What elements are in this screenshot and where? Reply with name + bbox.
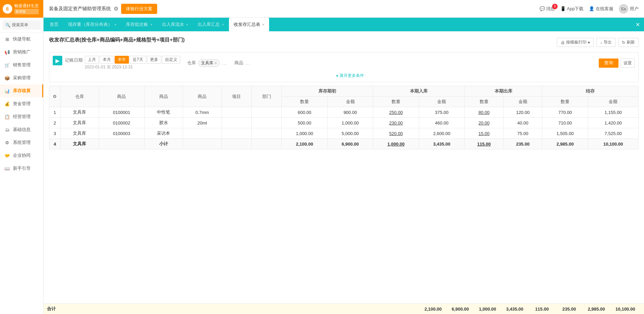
row4-out-qty-link[interactable]: 115.00 — [477, 142, 491, 147]
date-range-display: 2023-01-01 至 2023-12-31 — [85, 64, 180, 70]
sidebar-item-corp[interactable]: 🤝 企业协同 — [0, 149, 43, 162]
sidebar-item-quick-nav[interactable]: ⊞ 快捷导航 — [0, 33, 43, 46]
goods-dots[interactable]: ... — [245, 61, 251, 66]
sidebar-item-guide[interactable]: 📖 新手引导 — [0, 162, 43, 175]
row4-in-qty-link[interactable]: 1,000.00 — [387, 142, 405, 147]
row4-out-qty[interactable]: 115.00 — [465, 139, 503, 149]
tab-recv-send-close[interactable]: × — [262, 22, 264, 27]
row1-in-qty[interactable]: 250.00 — [373, 107, 419, 118]
filter-toggle-button[interactable]: ▶ — [53, 56, 62, 65]
row3-out-qty-link[interactable]: 15.00 — [478, 131, 490, 136]
warehouse-tag[interactable]: 文具库 × — [198, 59, 220, 67]
search-menu-button[interactable]: 🔍 搜索菜单 — [3, 20, 40, 30]
date-more-btn[interactable]: 更多 — [147, 56, 161, 64]
app-download-button[interactable]: 📱 App下载 — [560, 6, 583, 12]
sidebar-item-sales[interactable]: 🛒 销售管理 — [0, 59, 43, 71]
row4-in-qty[interactable]: 1,000.00 — [373, 139, 419, 149]
expand-filters-button[interactable]: ▾ 展开更多条件 — [336, 73, 364, 79]
row1-close-amt: 1,155.00 — [588, 107, 638, 118]
query-button[interactable]: 查询 — [599, 59, 618, 68]
tab-batch-close[interactable]: × — [150, 22, 152, 27]
row1-name: 中性笔 — [145, 107, 183, 118]
row1-dept — [252, 107, 282, 118]
col-in-qty-header: 数量 — [373, 97, 419, 107]
main-area: 装备及固定资产辅助管理系统 ⚙ 体验行业方案 💬 消息 6 📱 App下载 👤 … — [44, 0, 644, 314]
tab-inout-flow-close[interactable]: × — [186, 22, 188, 27]
row3-open-amt: 5,000.00 — [327, 128, 373, 139]
print-label: 按模板打印 — [566, 39, 587, 45]
print-button[interactable]: 🖨 按模板打印 ▾ — [557, 38, 594, 47]
tab-home[interactable]: 首页 — [45, 18, 63, 31]
tab-recv-send-label: 收发存汇总表 — [234, 21, 260, 28]
col-outbound-group-header: 本期出库 — [465, 86, 542, 97]
tab-stock-dist[interactable]: 现存量（库存分布表） × — [63, 18, 121, 31]
tab-batch[interactable]: 库存批次账 × — [121, 18, 157, 31]
warehouse-dots[interactable]: ... — [222, 61, 228, 66]
sidebar-item-label: 企业协同 — [13, 152, 31, 159]
tab-stock-dist-close[interactable]: × — [114, 22, 116, 27]
sidebar-item-system[interactable]: ⚙ 系统管理 — [0, 136, 43, 149]
col-out-qty-header: 数量 — [465, 97, 503, 107]
col-settings-header[interactable]: ⚙ — [49, 86, 61, 107]
col-close-amt-header: 金额 — [588, 97, 638, 107]
row1-out-qty-link[interactable]: 80.00 — [478, 110, 490, 115]
row3-in-qty-link[interactable]: 520.00 — [389, 131, 403, 136]
sidebar-item-label: 营销推广 — [13, 49, 31, 55]
filter-settings-button[interactable]: 设置 — [621, 59, 635, 68]
row3-out-amt: 75.00 — [503, 128, 542, 139]
row2-in-qty-link[interactable]: 230.00 — [389, 120, 403, 126]
messages-button[interactable]: 💬 消息 6 — [540, 6, 555, 12]
user-section[interactable]: Ea 用户 — [619, 4, 639, 14]
trial-button[interactable]: 体验行业方案 — [121, 4, 157, 14]
date-last-month-btn[interactable]: 上月 — [85, 56, 99, 64]
logo-icon: 6 — [3, 4, 12, 14]
header-settings-icon[interactable]: ⚙ — [114, 5, 118, 12]
export-button[interactable]: ↓ 导出 — [596, 38, 615, 47]
header-left: 装备及固定资产辅助管理系统 ⚙ 体验行业方案 — [49, 4, 157, 14]
page-title: 收发存汇总表(按仓库+商品编码+商品+规格型号+项目+部门) — [49, 37, 185, 43]
refresh-button[interactable]: ↻ 刷新 — [618, 38, 639, 47]
tab-inout-summary-close[interactable]: × — [222, 22, 224, 27]
row4-open-amt: 6,900.00 — [327, 139, 373, 149]
row2-out-qty-link[interactable]: 20.00 — [478, 120, 490, 126]
tab-recv-send[interactable]: 收发存汇总表 × — [229, 18, 269, 31]
row2-out-qty[interactable]: 20.00 — [465, 118, 503, 128]
row1-in-qty-link[interactable]: 250.00 — [389, 110, 403, 115]
date-this-month-btn[interactable]: 本月 — [100, 56, 114, 64]
row3-out-qty[interactable]: 15.00 — [465, 128, 503, 139]
sidebar-item-inventory[interactable]: 📊 库存核算 — [0, 84, 43, 97]
sidebar-item-finance[interactable]: 💰 资金管理 — [0, 97, 43, 110]
col-warehouse-header: 仓库 — [61, 86, 99, 107]
warehouse-label: 仓库 — [187, 60, 196, 66]
row3-open-qty: 1,000.00 — [282, 128, 327, 139]
corp-icon: 🤝 — [4, 153, 10, 158]
row1-open-amt: 900.00 — [327, 107, 373, 118]
date-7days-btn[interactable]: 近7天 — [130, 56, 146, 64]
row2-in-qty[interactable]: 230.00 — [373, 118, 419, 128]
date-this-year-btn[interactable]: 本年 — [115, 56, 129, 64]
total-label: 合计 — [47, 306, 156, 312]
sidebar-item-basic[interactable]: 🗂 基础信息 — [0, 123, 43, 136]
sidebar-item-marketing[interactable]: 📢 营销推广 — [0, 46, 43, 59]
row3-in-qty[interactable]: 520.00 — [373, 128, 419, 139]
row4-project — [221, 139, 251, 149]
row4-open-qty: 2,100.00 — [282, 139, 327, 149]
online-service-button[interactable]: 👤 在线客服 — [589, 6, 613, 12]
col-spec-header: 商品 — [183, 86, 221, 107]
tab-stock-dist-label: 现存量（库存分布表） — [68, 21, 112, 28]
tab-inout-flow[interactable]: 出入库流水 × — [157, 18, 193, 31]
sidebar-item-purchase[interactable]: 📦 采购管理 — [0, 71, 43, 84]
page-inner: 收发存汇总表(按仓库+商品编码+商品+规格型号+项目+部门) 🖨 按模板打印 ▾… — [44, 31, 644, 303]
total-close-qty: 2,985.00 — [583, 307, 610, 312]
tab-bar-close-all[interactable]: ✕ — [633, 21, 643, 28]
warehouse-tag-close[interactable]: × — [215, 61, 217, 65]
sidebar-item-business[interactable]: 📋 经营管理 — [0, 110, 43, 123]
row3-spec — [183, 128, 221, 139]
service-icon: 👤 — [589, 6, 594, 11]
table-row: 1 文具库 0100001 中性笔 0.7mm 600.00 900.00 25… — [49, 107, 639, 118]
chevron-down-icon: ▾ — [588, 40, 590, 45]
expand-icon: ▾ — [336, 73, 338, 78]
date-custom-btn[interactable]: 自定义 — [162, 56, 180, 64]
tab-inout-summary[interactable]: 出入库汇总 × — [193, 18, 229, 31]
row1-out-qty[interactable]: 80.00 — [465, 107, 503, 118]
